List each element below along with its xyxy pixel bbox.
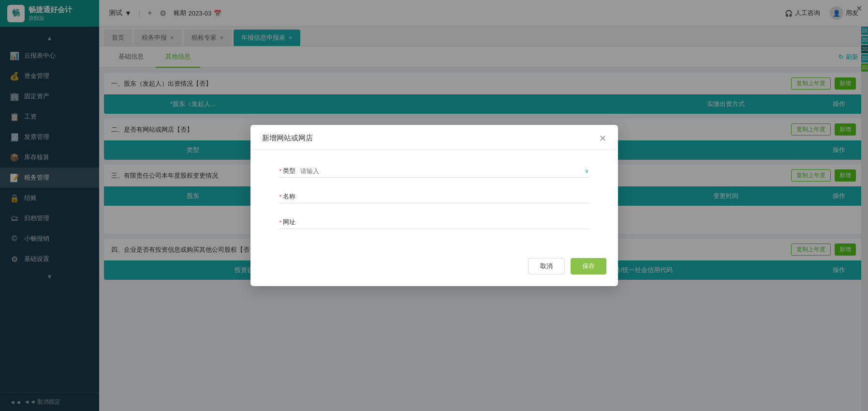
form-row-type: * 类型 ∨: [280, 165, 589, 178]
dialog-footer: 取消 保存: [250, 253, 618, 286]
dialog-body: * 类型 ∨ * 名称 * 网址: [250, 150, 618, 253]
modal-overlay: 新增网站或网店 ✕ * 类型 ∨ * 名称: [0, 0, 868, 411]
type-input[interactable]: [300, 167, 585, 175]
dialog-header: 新增网站或网店 ✕: [250, 125, 618, 150]
type-field-container: * 类型 ∨: [280, 165, 589, 178]
url-label: 网址: [283, 218, 295, 227]
name-input[interactable]: [300, 193, 589, 200]
dialog-title: 新增网站或网店: [262, 134, 313, 143]
form-row-name: * 名称: [280, 192, 589, 203]
dialog-close-button[interactable]: ✕: [599, 134, 606, 143]
save-button[interactable]: 保存: [571, 258, 606, 274]
form-row-url: * 网址: [280, 218, 589, 229]
cancel-button[interactable]: 取消: [528, 258, 565, 274]
add-website-dialog: 新增网站或网店 ✕ * 类型 ∨ * 名称: [250, 125, 618, 286]
name-required-mark: *: [280, 193, 282, 200]
type-dropdown-icon[interactable]: ∨: [585, 167, 589, 174]
type-label: 类型: [283, 167, 295, 175]
url-required-mark: *: [280, 219, 282, 226]
url-input[interactable]: [300, 219, 589, 226]
name-label: 名称: [283, 192, 295, 201]
type-required-mark: *: [280, 167, 282, 175]
